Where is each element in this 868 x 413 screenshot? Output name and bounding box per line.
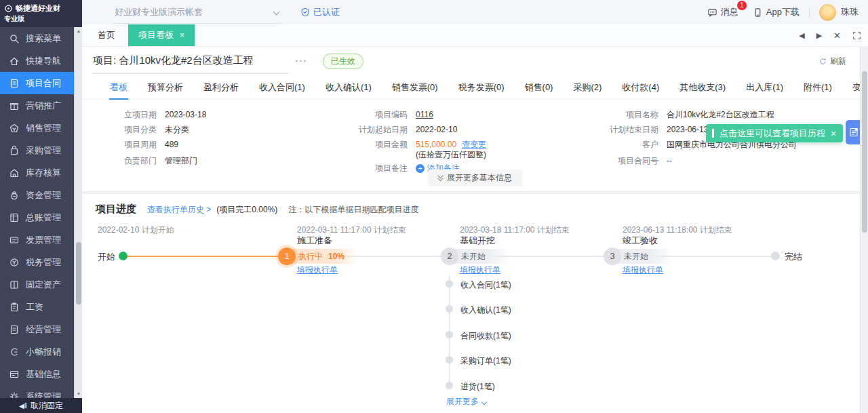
tab-profit-analysis[interactable]: 盈利分析: [193, 75, 249, 100]
field-label: 计划起始日期: [326, 124, 408, 136]
unpin-sidebar-button[interactable]: ◀‖ 取消固定: [0, 398, 82, 413]
sidebar-item-base-info[interactable]: 基础信息: [0, 363, 74, 385]
page-scrollbar-thumb[interactable]: [862, 71, 867, 233]
sidebar-scrollbar[interactable]: ▲ ▼: [74, 27, 82, 398]
sidebar-item-inventory[interactable]: 库存核算: [0, 161, 74, 184]
sidebar-scrollbar-thumb[interactable]: [76, 242, 81, 304]
home-icon: [9, 56, 20, 66]
user-avatar[interactable]: [819, 4, 836, 21]
fullscreen-icon[interactable]: [852, 31, 861, 40]
tab-scroll-left-icon[interactable]: ◀: [799, 31, 804, 40]
sidebar-item-business-mgmt[interactable]: 经营管理: [0, 318, 74, 340]
doc-item: 收入合同(1笔): [460, 279, 511, 291]
sidebar-item-label: 项目合同: [26, 77, 61, 90]
fill-execution-order-link[interactable]: 填报执行单: [297, 264, 338, 276]
sidebar-item-label: 搜索菜单: [26, 33, 61, 45]
tab-stock-in-out[interactable]: 出入库(1): [736, 75, 793, 100]
view-changes-link[interactable]: 查变更: [462, 139, 486, 151]
page-scrollbar[interactable]: [860, 47, 868, 413]
project-history-tooltip: 点击这里可以查看项目历程 ×: [706, 124, 843, 142]
close-all-tabs-icon[interactable]: ✕: [833, 31, 841, 41]
expand-more-docs-label: 展开更多: [446, 396, 479, 408]
unpin-icon: ◀‖: [19, 402, 27, 410]
expand-more-docs-link[interactable]: 展开更多: [446, 396, 486, 408]
tab-other-income-expense[interactable]: 其他收支(3): [669, 75, 736, 100]
shield-check-icon: [300, 7, 310, 17]
completion-percent: (项目完工0.00%): [216, 204, 277, 216]
field-label: 项目名称: [597, 109, 658, 121]
tooltip-close-icon[interactable]: ×: [831, 128, 836, 139]
sidebar-item-project-contract[interactable]: 项目合同: [0, 72, 74, 94]
field-label: 计划结束日期: [597, 124, 658, 136]
sidebar-item-expense[interactable]: 小畅报销: [0, 340, 74, 363]
tab-project-board[interactable]: 项目看板 ×: [128, 24, 195, 46]
amount-in-words: (伍拾壹万伍仟圆整): [416, 150, 557, 160]
stage-node-2: 2: [441, 248, 458, 265]
stage-status: 未开始: [461, 252, 486, 261]
tab-budget-analysis[interactable]: 预算分析: [138, 75, 193, 100]
sidebar-item-sales-mgmt[interactable]: 销售管理: [0, 117, 74, 139]
more-actions-button[interactable]: ···: [296, 56, 308, 66]
messages-button[interactable]: 消息 1: [707, 6, 738, 18]
expense-icon: [9, 347, 20, 357]
field-label: 立项日期: [96, 109, 157, 121]
tab-payments[interactable]: 收付款(4): [612, 75, 669, 100]
project-title-row: 项目: 合川10kv化龙#2台区改造工程 ··· 已生效 刷新: [82, 47, 868, 75]
expand-more-info-button[interactable]: 展开更多基本信息: [428, 170, 522, 186]
phone-icon: [753, 7, 763, 18]
field-label: 项目分类: [96, 124, 157, 136]
project-header-card: 项目: 合川10kv化龙#2台区改造工程 ··· 已生效 刷新 看板 预算分析 …: [82, 47, 868, 191]
app-download-button[interactable]: App下载: [753, 6, 800, 18]
stage-status: 执行中: [298, 252, 323, 261]
execution-history-link[interactable]: 查看执行单历史 >: [147, 204, 211, 216]
app-window: 畅捷通好业财 专业版 搜索菜单 快捷导航 项目合同 营销推广 销售管理 采购管理…: [0, 0, 868, 413]
sidebar-item-label: 总账管理: [26, 212, 61, 224]
project-code-link[interactable]: 0116: [416, 109, 433, 121]
tab-sales-invoice[interactable]: 销售发票(0): [382, 75, 448, 100]
history-doc-icon: [848, 127, 859, 138]
assets-icon: [9, 279, 20, 290]
tab-close-icon[interactable]: ×: [180, 31, 184, 40]
refresh-button[interactable]: 刷新: [818, 56, 846, 67]
sidebar-item-quick-nav[interactable]: 快捷导航: [0, 50, 74, 72]
messages-label: 消息: [721, 6, 738, 18]
fill-execution-order-link[interactable]: 填报执行单: [623, 264, 663, 276]
tab-project-board-label: 项目看板: [138, 29, 174, 41]
progress-header: 项目进度 查看执行单历史 > (项目完工0.00%) 注：以下根据单据日期匹配项…: [82, 194, 868, 216]
account-set-dropdown[interactable]: 好业财专业版演示帐套: [112, 1, 281, 24]
sidebar-item-funds[interactable]: 资金管理: [0, 184, 74, 206]
tab-sales[interactable]: 销售(0): [515, 75, 564, 100]
username[interactable]: 珠珠: [841, 6, 859, 18]
sidebar-item-purchase-mgmt[interactable]: 采购管理: [0, 139, 74, 161]
sidebar-item-general-ledger[interactable]: 总账管理: [0, 206, 74, 229]
sidebar-item-search-menu[interactable]: 搜索菜单: [0, 27, 74, 50]
brand-name: 畅捷通好业财: [16, 3, 60, 14]
business-icon: [9, 324, 20, 335]
scroll-up-icon[interactable]: ▲: [75, 27, 83, 35]
scroll-down-icon[interactable]: ▼: [75, 390, 83, 398]
sidebar-item-tax[interactable]: 税务管理: [0, 251, 74, 273]
certified-badge[interactable]: 已认证: [300, 6, 340, 18]
field-value: 合川10kv化龙#2台区改造工程: [667, 109, 774, 121]
sidebar-item-marketing[interactable]: 营销推广: [0, 94, 74, 117]
tab-purchase[interactable]: 采购(2): [563, 75, 612, 100]
project-title: 项目: 合川10kv化龙#2台区改造工程: [92, 48, 289, 74]
progress-title: 项目进度: [96, 203, 136, 216]
refresh-label: 刷新: [830, 56, 846, 67]
tab-board[interactable]: 看板: [100, 75, 138, 100]
tab-income-contract[interactable]: 收入合同(1): [249, 75, 315, 100]
tab-tax-invoice[interactable]: 税务发票(0): [448, 75, 515, 100]
tab-scroll-right-icon[interactable]: ▶: [816, 31, 822, 40]
sidebar-item-invoice[interactable]: 发票管理: [0, 229, 74, 251]
purchase-bag-icon: [9, 145, 20, 156]
main-area: 好业财专业版演示帐套 已认证 消息 1 App下载 珠珠: [82, 0, 868, 413]
tab-income-confirm[interactable]: 收入确认(1): [315, 75, 382, 100]
doc-dot: [446, 305, 453, 313]
tab-home[interactable]: 首页: [85, 24, 128, 46]
sidebar-item-payroll[interactable]: 工资: [0, 296, 74, 318]
sidebar-item-fixed-assets[interactable]: 固定资产: [0, 273, 74, 296]
topbar: 好业财专业版演示帐套 已认证 消息 1 App下载 珠珠: [82, 0, 868, 24]
fill-execution-order-link[interactable]: 填报执行单: [460, 264, 500, 276]
doc-dot: [446, 356, 453, 363]
tab-attachments[interactable]: 附件(1): [793, 75, 842, 100]
